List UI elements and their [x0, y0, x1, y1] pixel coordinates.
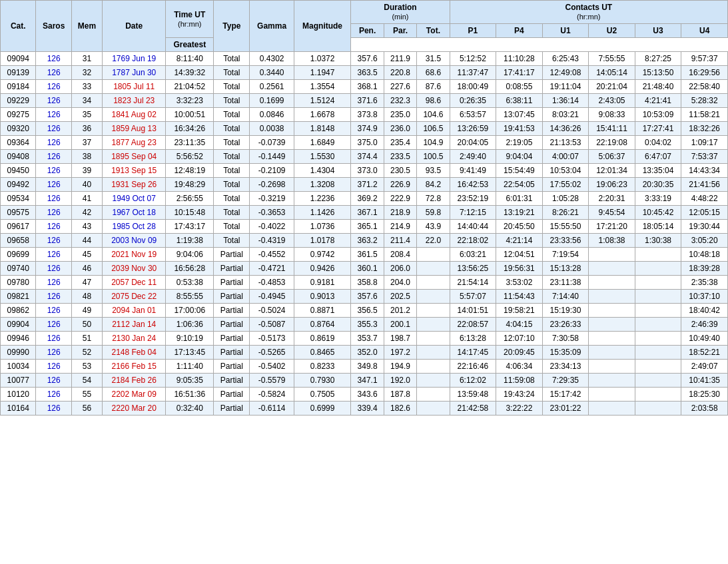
cell-pen: 374.9	[351, 122, 384, 136]
cell-magnitude: 0.9742	[294, 248, 351, 262]
cell-greatest: 9:05:35	[166, 374, 214, 388]
cell-greatest: 9:10:19	[166, 332, 214, 346]
cell-u4: 10:41:35	[681, 374, 728, 388]
table-row: 09740 126 46 2039 Nov 30 16:56:28 Partia…	[1, 262, 728, 276]
table-row: 09904 126 50 2112 Jan 14 1:06:36 Partial…	[1, 318, 728, 332]
cell-tot	[417, 346, 450, 360]
cell-tot: 72.8	[417, 192, 450, 206]
table-row: 10120 126 55 2202 Mar 09 16:51:36 Partia…	[1, 388, 728, 402]
cell-par: 222.9	[384, 192, 416, 206]
table-row: 09575 126 42 1967 Oct 18 10:15:48 Total …	[1, 206, 728, 220]
cell-u2	[589, 290, 635, 304]
cell-saros: 126	[36, 178, 71, 192]
cell-mem: 33	[71, 80, 102, 94]
cell-u4: 1:09:17	[681, 136, 728, 150]
cell-cat: 09617	[1, 220, 36, 234]
cell-u2	[589, 318, 635, 332]
cell-magnitude: 1.5124	[294, 94, 351, 108]
cell-par: 227.6	[384, 80, 416, 94]
cell-saros: 126	[36, 290, 71, 304]
cell-mem: 45	[71, 248, 102, 262]
cell-type: Partial	[214, 276, 250, 290]
cell-p4: 12:07:10	[496, 332, 543, 346]
col-saros: Saros	[36, 1, 71, 52]
cell-cat: 09946	[1, 332, 36, 346]
cell-gamma: -0.6114	[250, 402, 294, 416]
cell-type: Total	[214, 192, 250, 206]
cell-p4: 0:08:55	[496, 80, 543, 94]
cell-mem: 36	[71, 122, 102, 136]
table-row: 09946 126 51 2130 Jan 24 9:10:19 Partial…	[1, 332, 728, 346]
col-u4: U4	[681, 24, 728, 38]
table-row: 09408 126 38 1895 Sep 04 5:56:52 Total -…	[1, 150, 728, 164]
cell-saros: 126	[36, 318, 71, 332]
cell-p1: 6:13:28	[450, 332, 496, 346]
cell-par: 182.6	[384, 402, 416, 416]
cell-p4: 19:56:31	[496, 262, 543, 276]
cell-p4: 13:19:21	[496, 206, 543, 220]
col-cat: Cat.	[1, 1, 36, 52]
cell-date: 2184 Feb 26	[103, 374, 166, 388]
cell-u1: 15:55:50	[542, 220, 589, 234]
cell-type: Partial	[214, 360, 250, 374]
cell-par: 214.9	[384, 220, 416, 234]
cell-par: 200.1	[384, 318, 416, 332]
cell-u1: 23:01:22	[542, 402, 589, 416]
cell-type: Partial	[214, 374, 250, 388]
cell-gamma: 0.2561	[250, 80, 294, 94]
cell-greatest: 1:06:36	[166, 318, 214, 332]
table-row: 09821 126 48 2075 Dec 22 8:55:55 Partial…	[1, 290, 728, 304]
cell-type: Total	[214, 178, 250, 192]
cell-u3: 21:48:40	[635, 80, 681, 94]
cell-tot: 84.2	[417, 178, 450, 192]
cell-type: Partial	[214, 304, 250, 318]
cell-u3	[635, 304, 681, 318]
cell-magnitude: 0.7930	[294, 374, 351, 388]
cell-date: 2021 Nov 19	[103, 248, 166, 262]
col-u1: U1	[542, 24, 589, 38]
cell-date: 1787 Jun 30	[103, 66, 166, 80]
cell-date: 1913 Sep 15	[103, 164, 166, 178]
cell-gamma: -0.4853	[250, 276, 294, 290]
cell-par: 194.9	[384, 360, 416, 374]
cell-pen: 367.1	[351, 206, 384, 220]
col-contacts: Contacts UT(hr:mn)	[450, 1, 727, 24]
cell-gamma: 0.1699	[250, 94, 294, 108]
table-row: 09364 126 37 1877 Aug 23 23:11:35 Total …	[1, 136, 728, 150]
cell-saros: 126	[36, 360, 71, 374]
cell-cat: 10164	[1, 402, 36, 416]
cell-u2: 12:01:34	[589, 164, 635, 178]
cell-u3	[635, 374, 681, 388]
cell-p4: 20:09:45	[496, 346, 543, 360]
cell-magnitude: 1.1426	[294, 206, 351, 220]
cell-magnitude: 1.3208	[294, 178, 351, 192]
cell-greatest: 3:32:23	[166, 94, 214, 108]
cell-saros: 126	[36, 346, 71, 360]
cell-tot	[417, 318, 450, 332]
cell-date: 2075 Dec 22	[103, 290, 166, 304]
cell-u2: 5:06:37	[589, 150, 635, 164]
cell-par: 211.4	[384, 234, 416, 248]
cell-par: 220.8	[384, 66, 416, 80]
cell-p4: 12:04:51	[496, 248, 543, 262]
cell-type: Partial	[214, 318, 250, 332]
cell-mem: 41	[71, 192, 102, 206]
cell-p4: 3:22:22	[496, 402, 543, 416]
cell-gamma: -0.3653	[250, 206, 294, 220]
cell-saros: 126	[36, 332, 71, 346]
cell-tot: 104.6	[417, 108, 450, 122]
cell-tot: 93.5	[417, 164, 450, 178]
table-row: 09780 126 47 2057 Dec 11 0:53:38 Partial…	[1, 276, 728, 290]
cell-u4: 10:48:18	[681, 248, 728, 262]
cell-u3: 15:13:50	[635, 66, 681, 80]
cell-u1: 15:17:42	[542, 388, 589, 402]
cell-u4: 11:58:21	[681, 108, 728, 122]
cell-pen: 363.2	[351, 234, 384, 248]
cell-par: 235.4	[384, 136, 416, 150]
cell-tot	[417, 276, 450, 290]
cell-par: 235.0	[384, 108, 416, 122]
cell-u2	[589, 262, 635, 276]
cell-u1: 21:13:53	[542, 136, 589, 150]
cell-magnitude: 1.0372	[294, 52, 351, 66]
cell-pen: 358.8	[351, 276, 384, 290]
